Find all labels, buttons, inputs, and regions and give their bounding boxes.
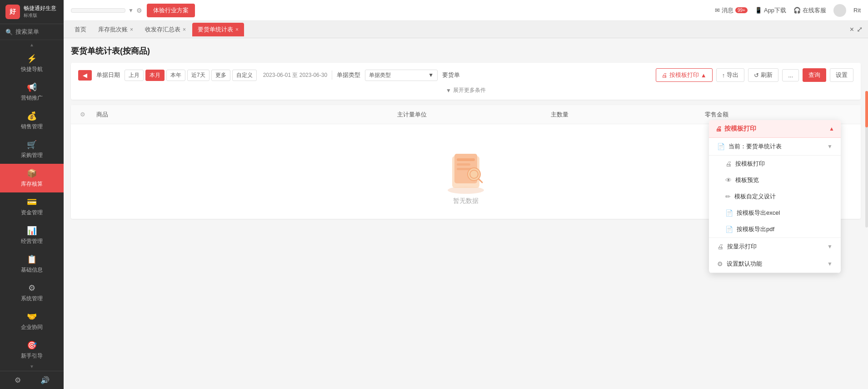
sidebar-search[interactable]: 🔍 搜索菜单 bbox=[0, 24, 64, 40]
headset-icon: 🎧 bbox=[793, 7, 801, 14]
tab-order-stats-close[interactable]: × bbox=[235, 26, 239, 33]
tab-inventory-batch[interactable]: 库存批次账 × bbox=[93, 23, 139, 36]
template-preview-icon: 👁 bbox=[725, 177, 732, 184]
last-7days-btn[interactable]: 近7天 bbox=[187, 70, 210, 81]
print-btn[interactable]: 🖨 按模板打印 ▲ bbox=[656, 68, 713, 82]
expand-more-btn[interactable]: ▼ 展开更多条件 bbox=[446, 86, 486, 94]
sidebar-item-guide[interactable]: 🎯 新手引导 bbox=[0, 336, 64, 362]
sidebar-item-finance[interactable]: 💳 资金管理 bbox=[0, 192, 64, 221]
type-filter-select[interactable]: 单据类型 ▼ bbox=[365, 70, 438, 81]
tab-home[interactable]: 首页 bbox=[69, 23, 92, 36]
template-export-pdf-item[interactable]: 📄 按模板导出pdf bbox=[709, 221, 841, 237]
template-custom-icon: ✏ bbox=[725, 193, 731, 200]
speaker-footer-icon[interactable]: 🔊 bbox=[40, 376, 50, 384]
try-industry-button[interactable]: 体验行业方案 bbox=[147, 4, 195, 17]
empty-text: 暂无数据 bbox=[453, 197, 479, 205]
tab-receipt-summary[interactable]: 收发存汇总表 × bbox=[140, 23, 191, 36]
template-print-label: 按模板打印 bbox=[735, 160, 765, 168]
prev-month-btn[interactable]: 上月 bbox=[125, 70, 144, 81]
purchase-icon: 🛒 bbox=[27, 140, 37, 150]
sales-icon: 💰 bbox=[27, 111, 37, 121]
set-default-icon: ⚙ bbox=[717, 260, 723, 268]
tab-order-stats[interactable]: 要货单统计表 × bbox=[192, 23, 244, 36]
current-year-btn[interactable]: 本年 bbox=[166, 70, 185, 81]
export-btn[interactable]: ↑ 导出 bbox=[716, 68, 745, 82]
main-area: ▼ ⚙ 体验行业方案 ✉ 消息 99+ 📱 App下载 🎧 在线客服 Rit bbox=[64, 0, 868, 389]
sidebar-scroll-down[interactable]: ▼ bbox=[0, 362, 64, 371]
sidebar-item-sales[interactable]: 💰 销售管理 bbox=[0, 106, 64, 135]
tab-close-all-button[interactable]: × bbox=[850, 25, 854, 34]
template-preview-item[interactable]: 👁 模板预览 bbox=[709, 172, 841, 188]
tab-expand-button[interactable]: ⤢ bbox=[857, 25, 863, 34]
current-month-btn[interactable]: 本月 bbox=[145, 70, 165, 81]
sidebar-nav: ⚡ 快捷导航 📢 营销推广 💰 销售管理 🛒 采购管理 📦 库存核算 💳 资金管… bbox=[0, 49, 64, 362]
sidebar-item-operation[interactable]: 📊 经营管理 bbox=[0, 221, 64, 250]
operation-icon: 📊 bbox=[27, 226, 37, 236]
expand-label: 展开更多条件 bbox=[453, 86, 486, 94]
sidebar-item-inventory[interactable]: 📦 库存核算 bbox=[0, 164, 64, 192]
sidebar-item-purchase[interactable]: 🛒 采购管理 bbox=[0, 135, 64, 164]
svg-rect-3 bbox=[457, 158, 475, 161]
app-download-icon: 📱 bbox=[755, 7, 762, 14]
template-export-excel-item[interactable]: 📄 按模板导出excel bbox=[709, 205, 841, 221]
sidebar-item-shortcut[interactable]: ⚡ 快捷导航 bbox=[0, 49, 64, 78]
sidebar-item-marketing[interactable]: 📢 营销推广 bbox=[0, 78, 64, 106]
topbar-search-area: ▼ ⚙ bbox=[71, 7, 142, 14]
tab-receipt-summary-close[interactable]: × bbox=[183, 26, 186, 33]
topbar: ▼ ⚙ 体验行业方案 ✉ 消息 99+ 📱 App下载 🎧 在线客服 Rit bbox=[64, 0, 868, 21]
export-icon: ↑ bbox=[722, 72, 725, 79]
expand-row: ▼ 展开更多条件 bbox=[78, 86, 853, 94]
app-download-label: App下载 bbox=[764, 6, 786, 15]
topbar-search-box[interactable] bbox=[71, 8, 125, 13]
topbar-gear-icon[interactable]: ⚙ bbox=[136, 7, 142, 14]
app-version: 标准版 bbox=[24, 12, 56, 19]
sidebar: 好 畅捷通好生意 标准版 🔍 搜索菜单 ▲ ⚡ 快捷导航 📢 营销推广 💰 销售… bbox=[0, 0, 64, 389]
sidebar-item-basic[interactable]: 📋 基础信息 bbox=[0, 250, 64, 278]
tab-inventory-batch-label: 库存批次账 bbox=[98, 25, 128, 34]
collapse-filter-btn[interactable]: ◀ bbox=[78, 70, 92, 81]
sidebar-item-system[interactable]: ⚙ 系统管理 bbox=[0, 278, 64, 307]
template-print-item[interactable]: 🖨 按模板打印 bbox=[709, 156, 841, 172]
table-col-gear[interactable]: ⚙ bbox=[76, 111, 93, 118]
collab-icon: 🤝 bbox=[27, 312, 37, 322]
tab-inventory-batch-close[interactable]: × bbox=[130, 26, 133, 33]
date-filter-label: 单据日期 bbox=[96, 71, 120, 79]
app-logo-icon: 好 bbox=[5, 5, 20, 19]
template-custom-item[interactable]: ✏ 模板自定义设计 bbox=[709, 188, 841, 205]
display-print-item[interactable]: 🖨 按显示打印 ▼ bbox=[709, 238, 841, 255]
custom-date-btn[interactable]: 自定义 bbox=[232, 70, 257, 81]
more-date-btn[interactable]: 更多 bbox=[211, 70, 230, 81]
sidebar-item-label: 快捷导航 bbox=[21, 66, 43, 73]
current-template-item[interactable]: 📄 当前：要货单统计表 ▼ bbox=[709, 138, 841, 155]
avatar[interactable] bbox=[833, 4, 846, 17]
online-service-btn[interactable]: 🎧 在线客服 bbox=[793, 6, 826, 15]
refresh-btn[interactable]: ↺ 刷新 bbox=[748, 68, 778, 82]
print-chevron-icon: ▲ bbox=[701, 72, 707, 79]
more-btn[interactable]: ... bbox=[782, 69, 799, 81]
finance-icon: 💳 bbox=[27, 197, 37, 207]
template-print-icon: 🖨 bbox=[725, 160, 732, 167]
scroll-thumb bbox=[865, 91, 868, 127]
sidebar-item-collab[interactable]: 🤝 企业协同 bbox=[0, 307, 64, 336]
dropdown-current-section: 📄 当前：要货单统计表 ▼ bbox=[709, 138, 841, 156]
current-template-chevron-icon: ▼ bbox=[827, 143, 833, 150]
chevron-down-expand-icon: ▼ bbox=[446, 87, 451, 94]
set-default-left: ⚙ 设置默认功能 bbox=[717, 260, 762, 268]
system-icon: ⚙ bbox=[28, 283, 35, 293]
page-title: 要货单统计表(按商品) bbox=[71, 45, 861, 56]
type-filter-chevron-icon: ▼ bbox=[428, 72, 434, 78]
display-print-label: 按显示打印 bbox=[727, 242, 757, 251]
sidebar-scroll-up[interactable]: ▲ bbox=[0, 40, 64, 49]
table-col-qty: 主数量 bbox=[547, 111, 701, 119]
set-default-label: 设置默认功能 bbox=[727, 260, 762, 268]
template-custom-label: 模板自定义设计 bbox=[734, 192, 776, 201]
query-btn[interactable]: 查询 bbox=[803, 68, 826, 82]
basic-icon: 📋 bbox=[27, 254, 37, 264]
message-btn[interactable]: ✉ 消息 99+ bbox=[715, 6, 748, 15]
set-default-item[interactable]: ⚙ 设置默认功能 ▼ bbox=[709, 255, 841, 273]
app-download-btn[interactable]: 📱 App下载 bbox=[755, 6, 786, 15]
tab-order-stats-label: 要货单统计表 bbox=[198, 25, 233, 34]
print-label: 按模板打印 bbox=[669, 71, 699, 79]
settings-footer-icon[interactable]: ⚙ bbox=[15, 376, 21, 384]
settings-btn[interactable]: 设置 bbox=[830, 68, 853, 82]
